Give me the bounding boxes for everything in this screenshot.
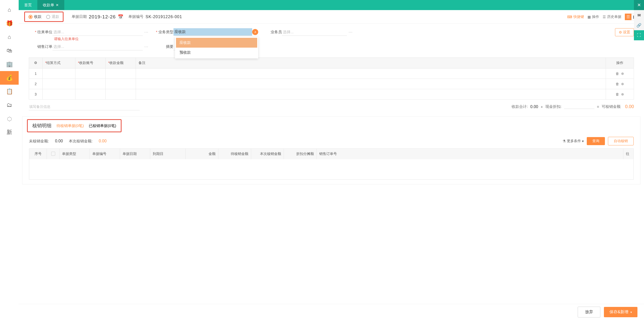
vcol-seq: 序号 — [29, 149, 47, 159]
nav-card[interactable]: 🗂 — [0, 98, 19, 112]
partner-field: *往来单位 ⋯ 请输入往来单位 — [29, 28, 150, 36]
toolbar: 收款 退款 单据日期 2019-12-26 📅 单据编号 SK-20191226… — [19, 10, 644, 24]
right-nav-link[interactable]: 🔗 — [634, 20, 644, 30]
gear-icon[interactable]: ⚙ — [29, 58, 43, 68]
radio-shoukuan[interactable]: 收款 — [28, 14, 42, 19]
tab-home[interactable]: 首页 — [19, 0, 37, 10]
building-icon: 🏢 — [6, 61, 13, 68]
vcol-date: 单据日期 — [120, 149, 150, 159]
nav-home[interactable]: ⌂ — [0, 3, 19, 17]
link-icon: 🔗 — [636, 23, 641, 28]
operate-link[interactable]: ▦操作 — [588, 15, 599, 19]
radio-tuikuan[interactable]: 退款 — [46, 14, 59, 19]
tab-home-label: 首页 — [24, 3, 32, 8]
radio-shoukuan-label: 收款 — [34, 14, 42, 19]
add-icon[interactable]: ⊕ — [621, 72, 624, 76]
vcol-due: 到期日 — [150, 149, 186, 159]
note-input[interactable] — [29, 103, 140, 110]
discard-button[interactable]: 放弃 — [578, 307, 600, 317]
order-input[interactable] — [52, 43, 143, 50]
dropdown-opt-prepaid[interactable]: 预收款 — [176, 48, 257, 57]
chevron-up-icon[interactable]: ∧ — [252, 29, 258, 35]
biztype-dropdown: 应收款 预收款 — [175, 37, 258, 58]
checkbox-icon[interactable] — [51, 152, 55, 156]
more-icon[interactable]: ⋯ — [347, 30, 354, 35]
vcol-code: 单据编号 — [90, 149, 120, 159]
delete-icon[interactable]: 🗑 — [616, 72, 619, 76]
vcol-partner: 往 — [623, 149, 633, 159]
settings-button[interactable]: ⚙设置 — [615, 28, 634, 36]
delete-icon[interactable]: 🗑 — [616, 82, 619, 86]
gear-icon: ⚙ — [619, 30, 622, 34]
nav-price-house[interactable]: ⌂ — [0, 30, 19, 44]
order-label: 销售订单 — [37, 44, 52, 49]
this-writeoff-label: 本次核销金额: — [69, 139, 93, 144]
add-icon[interactable]: ⊕ — [621, 82, 624, 86]
radio-selected-icon — [28, 15, 33, 19]
vcol-this: 本次核销金额 — [251, 149, 284, 159]
gift-icon: 🎁 — [6, 20, 13, 27]
salesman-field: 业务员 ⋯ — [258, 28, 354, 36]
nav-new[interactable]: 新 — [0, 125, 19, 139]
nav-building[interactable]: 🏢 — [0, 57, 19, 71]
partner-label: 往来单位 — [37, 30, 52, 34]
more-icon[interactable]: ⋯ — [143, 30, 150, 35]
radio-icon — [46, 15, 50, 19]
payment-table: ⚙ *结算方式 *收款账号 *收款金额 备注 操作 1 🗑⊕ 2 🗑⊕ 3 🗑⊕ — [29, 57, 634, 100]
delete-icon[interactable]: 🗑 — [616, 92, 619, 96]
new-icon: 新 — [7, 129, 12, 136]
discount-input[interactable] — [564, 105, 594, 109]
loading-icon: ◌ — [7, 115, 12, 122]
close-all-tabs[interactable]: ✕ — [634, 0, 644, 10]
house-icon: ⌂ — [8, 7, 11, 13]
summary-label: 摘要 — [166, 44, 173, 49]
table-row[interactable]: 1 🗑⊕ — [29, 69, 634, 79]
verification-table-body — [29, 159, 633, 179]
verification-header: 核销明细 待核销单据(0笔) 已核销单据(0笔) — [27, 119, 122, 132]
table-row[interactable]: 2 🗑⊕ — [29, 79, 634, 89]
table-row[interactable]: 3 🗑⊕ — [29, 89, 634, 99]
chevron-down-icon: ▾ — [630, 310, 632, 314]
auto-verify-button[interactable]: 自动核销 — [608, 137, 634, 145]
tab-done[interactable]: 已核销单据(0笔) — [89, 123, 116, 128]
query-button[interactable]: 查询 — [587, 137, 605, 145]
history-link[interactable]: ☰历史单据 — [603, 15, 621, 19]
add-icon[interactable]: ⊕ — [621, 92, 624, 96]
more-icon[interactable]: ⋯ — [143, 44, 150, 49]
salesman-input[interactable] — [282, 28, 347, 36]
list-icon: ☰ — [603, 15, 606, 19]
nav-bag[interactable]: 🛍 — [0, 44, 19, 57]
partner-input[interactable] — [52, 28, 143, 36]
dropdown-opt-receivable[interactable]: 应收款 — [176, 38, 257, 48]
nav-loading[interactable]: ◌ — [0, 112, 19, 125]
right-nav-expand[interactable]: ⛶ — [634, 30, 644, 40]
unwriteoff-label: 未核销金额: — [29, 139, 49, 144]
mail-icon: ✉ — [637, 13, 641, 18]
expand-icon: ⛶ — [637, 33, 641, 38]
right-nav-mail[interactable]: ✉ — [634, 10, 644, 20]
biztype-label: 业务类型 — [158, 30, 173, 34]
nav-clipboard[interactable]: 📋 — [0, 85, 19, 98]
vcol-discount: 折扣分摊额 — [284, 149, 317, 159]
verification-summary: 未核销金额: 0.00 本次核销金额: 0.00 ⚗更多条件▾ 查询 自动核销 — [29, 137, 634, 145]
verification-section: 核销明细 待核销单据(0笔) 已核销单据(0笔) 未核销金额: 0.00 本次核… — [22, 116, 640, 184]
vcol-type: 单据类型 — [60, 149, 90, 159]
calendar-icon[interactable]: 📅 — [118, 14, 123, 20]
shortcut-link[interactable]: ⌨快捷键 — [567, 15, 584, 19]
tab-receipt[interactable]: 收款单 ✕ — [37, 0, 64, 10]
biztype-select[interactable]: 应收款 — [173, 28, 252, 36]
close-icon[interactable]: ✕ — [56, 3, 59, 7]
col-settle-method: *结算方式 — [43, 58, 75, 68]
save-button[interactable]: 保存&新增▾ — [604, 307, 637, 317]
col-remark: 备注 — [136, 58, 606, 68]
view-list-btn[interactable]: ☰ — [625, 14, 631, 20]
salesman-label: 业务员 — [271, 30, 282, 34]
tab-pending[interactable]: 待核销单据(0笔) — [56, 123, 84, 128]
nav-gift[interactable]: 🎁 — [0, 17, 19, 30]
code-value: SK-20191226-001 — [145, 15, 182, 19]
date-value[interactable]: 2019-12-26 — [89, 14, 116, 20]
this-writeoff-value: 0.00 — [99, 139, 106, 143]
vcol-check[interactable] — [47, 149, 60, 159]
nav-money[interactable]: 💰 — [0, 71, 19, 85]
more-conditions[interactable]: ⚗更多条件▾ — [563, 139, 584, 143]
